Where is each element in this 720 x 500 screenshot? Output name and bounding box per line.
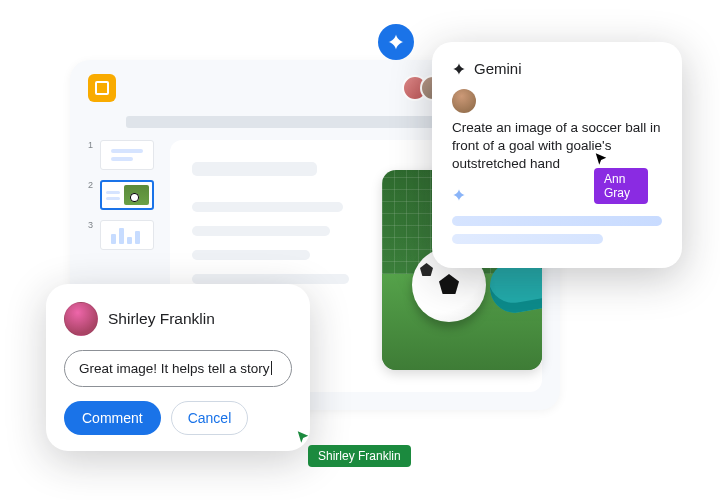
- gemini-title: Gemini: [474, 60, 522, 77]
- gemini-badge-icon: [378, 24, 414, 60]
- comment-author-avatar: [64, 302, 98, 336]
- comment-dialog: Shirley Franklin Great image! It helps t…: [46, 284, 310, 451]
- collaborator-cursor-ann: Ann Gray: [594, 150, 608, 172]
- placeholder-line: [192, 202, 343, 212]
- sparkle-icon: [452, 62, 466, 76]
- gemini-user-avatar: [452, 89, 476, 113]
- gemini-loading-bars: [452, 216, 662, 244]
- comment-input[interactable]: Great image! It helps tell a story: [64, 350, 292, 387]
- placeholder-line: [192, 274, 349, 284]
- placeholder-line: [192, 226, 330, 236]
- placeholder-line: [192, 250, 310, 260]
- gemini-header: Gemini: [452, 60, 662, 77]
- thumbnail-row[interactable]: 3: [88, 220, 154, 250]
- slides-app-icon[interactable]: [88, 74, 116, 102]
- thumbnail[interactable]: [100, 140, 154, 170]
- comment-cancel-button[interactable]: Cancel: [171, 401, 249, 435]
- comment-author-name: Shirley Franklin: [108, 310, 215, 328]
- collaborator-cursor-shirley: Shirley Franklin: [296, 428, 411, 467]
- thumbnail-active[interactable]: [100, 180, 154, 210]
- thumbnail-number: 2: [88, 180, 96, 190]
- placeholder-title: [192, 162, 317, 176]
- thumbnail-number: 3: [88, 220, 96, 230]
- thumbnail[interactable]: [100, 220, 154, 250]
- thumbnail-row[interactable]: 2: [88, 180, 154, 210]
- gemini-panel: Gemini Create an image of a soccer ball …: [432, 42, 682, 268]
- collaborator-tag-shirley: Shirley Franklin: [308, 445, 411, 467]
- thumbnail-row[interactable]: 1: [88, 140, 154, 170]
- comment-submit-button[interactable]: Comment: [64, 401, 161, 435]
- text-caret: [271, 361, 272, 375]
- collaborator-tag-ann: Ann Gray: [594, 168, 648, 204]
- comment-input-text: Great image! It helps tell a story: [79, 361, 270, 376]
- thumbnail-number: 1: [88, 140, 96, 150]
- gemini-prompt-text: Create an image of a soccer ball in fron…: [452, 119, 662, 174]
